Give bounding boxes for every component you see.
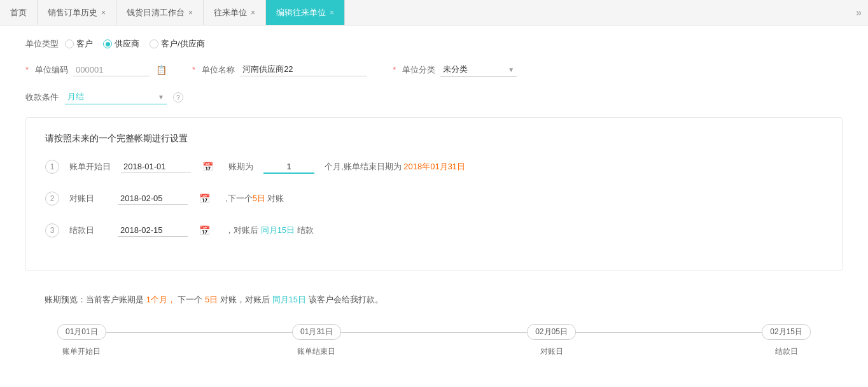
preview-text: 账期预览：当前客户账期是 1个月， 下一个 5日 对账，对账后 同月15日 该客… <box>45 294 823 306</box>
step-num-2: 2 <box>45 192 59 206</box>
unit-name-label: 单位名称 <box>202 64 235 76</box>
step3-suffix: ，对账后 同月15日 结款 <box>225 225 314 236</box>
preview-reconcile-middle: 对账，对账后 <box>220 295 270 304</box>
step-row-2: 2 对账日 📅 ,下一个5日 对账 <box>45 192 823 206</box>
help-question-mark: ? <box>176 94 180 101</box>
timeline-badge-4: 02月15日 <box>762 324 811 340</box>
timeline-container: 01月01日 账单开始日 01月31日 账单结束日 02月05日 <box>45 318 823 383</box>
preview-reconcile-prefix: 下一个 <box>178 295 202 304</box>
timeline-label-2: 账单结束日 <box>297 346 335 357</box>
step1-date-input[interactable] <box>121 160 191 173</box>
tab-sales-order[interactable]: 销售订单历史 × <box>38 0 116 25</box>
code-required: * <box>25 65 29 74</box>
tab-more-button[interactable]: » <box>850 0 868 25</box>
unit-category-value: 未分类 <box>443 64 505 75</box>
step3-date-input[interactable] <box>118 224 188 237</box>
settings-card: 请按照未来的一个完整帐期进行设置 1 账单开始日 📅 账期为 个月,账单结束日期… <box>25 117 843 271</box>
tab-partner-unit[interactable]: 往来单位 × <box>204 0 266 25</box>
tab-cash-work[interactable]: 钱货日清工作台 × <box>116 0 204 25</box>
step-label-2: 对账日 <box>69 193 108 204</box>
preview-label: 账期预览：当前客户账期是 <box>45 295 144 304</box>
unit-code-input[interactable] <box>73 64 150 76</box>
step-num-3: 3 <box>45 223 59 237</box>
unit-category-label: 单位分类 <box>402 64 435 76</box>
step2-suffix: ,下一个5日 对账 <box>225 193 284 204</box>
step2-calendar-icon[interactable]: 📅 <box>199 194 210 204</box>
step-label-3: 结款日 <box>69 225 108 236</box>
timeline-label-3: 对账日 <box>540 346 563 357</box>
unit-name-input[interactable] <box>240 64 367 76</box>
code-copy-icon[interactable]: 📋 <box>156 65 167 75</box>
tab-bar: 首页 销售订单历史 × 钱货日清工作台 × 往来单位 × 编辑往来单位 × » <box>0 0 868 25</box>
period-end-date: 2018年01月31日 <box>403 162 465 171</box>
timeline-badge-2: 01月31日 <box>292 324 341 340</box>
payment-condition-select[interactable]: 月结 ▼ <box>65 90 167 104</box>
step3-highlight: 同月15日 <box>261 225 295 235</box>
radio-both-circle <box>150 39 158 48</box>
payment-row: 收款条件 月结 ▼ ? <box>25 90 843 104</box>
preview-section: 账期预览：当前客户账期是 1个月， 下一个 5日 对账，对账后 同月15日 该客… <box>25 284 843 387</box>
close-cash-work-icon[interactable]: × <box>188 8 193 17</box>
preview-reconcile-highlight: 5日 <box>205 295 218 304</box>
preview-payment-highlight: 同月15日 <box>272 295 306 304</box>
unit-type-label: 单位类型 <box>25 38 59 50</box>
unit-info-row: * 单位编码 📋 * 单位名称 * 单位分类 未分类 ▼ <box>25 62 843 77</box>
close-partner-unit-icon[interactable]: × <box>251 8 255 17</box>
step-label-1: 账单开始日 <box>69 161 111 172</box>
timeline-point-2: 01月31日 账单结束日 <box>292 325 341 357</box>
unit-code-label: 单位编码 <box>35 64 68 76</box>
help-icon[interactable]: ? <box>173 92 183 102</box>
payment-dropdown-icon: ▼ <box>158 94 164 101</box>
radio-both[interactable]: 客户/供应商 <box>150 38 205 50</box>
step3-calendar-icon[interactable]: 📅 <box>199 225 210 236</box>
step2-date-input[interactable] <box>118 192 188 205</box>
period-input[interactable] <box>263 160 314 174</box>
step-row-3: 3 结款日 📅 ，对账后 同月15日 结款 <box>45 223 823 237</box>
radio-supplier[interactable]: 供应商 <box>103 38 139 50</box>
timeline-badge-1: 01月01日 <box>57 324 106 340</box>
tab-edit-partner[interactable]: 编辑往来单位 × <box>266 0 345 25</box>
payment-condition-value: 月结 <box>67 91 155 102</box>
preview-payment-end: 该客户会给我打款。 <box>309 295 383 304</box>
unit-type-radio-group: 客户 供应商 客户/供应商 <box>65 38 205 50</box>
step2-highlight: 5日 <box>253 194 265 203</box>
cat-required: * <box>393 65 396 74</box>
tab-partner-unit-label: 往来单位 <box>214 7 247 18</box>
step1-period-unit: 个月,账单结束日期为 2018年01月31日 <box>325 161 465 172</box>
unit-category-select[interactable]: 未分类 ▼ <box>440 62 517 77</box>
radio-supplier-circle <box>103 39 112 48</box>
preview-period: 1个月， <box>146 295 176 304</box>
radio-customer[interactable]: 客户 <box>65 38 93 50</box>
radio-customer-circle <box>65 39 74 48</box>
close-edit-partner-icon[interactable]: × <box>330 8 334 17</box>
unit-type-row: 单位类型 客户 供应商 客户/供应商 <box>25 38 843 50</box>
timeline-badge-3: 02月05日 <box>527 324 576 340</box>
tab-sales-order-label: 销售订单历史 <box>48 7 97 18</box>
step1-suffix-prefix: 账期为 <box>228 161 253 172</box>
category-dropdown-icon: ▼ <box>508 66 514 73</box>
tab-home-label: 首页 <box>10 7 27 18</box>
tab-cash-work-label: 钱货日清工作台 <box>127 7 185 18</box>
step-num-1: 1 <box>45 160 59 174</box>
timeline-point-4: 02月15日 结款日 <box>762 325 811 357</box>
radio-supplier-label: 供应商 <box>115 38 139 50</box>
tab-more-icon: » <box>856 7 862 18</box>
main-content: 单位类型 客户 供应商 客户/供应商 * 单位编码 📋 * 单位名称 <box>0 25 868 387</box>
payment-label: 收款条件 <box>25 92 59 103</box>
period-unit-text: 个月,账单结束日期为 <box>325 162 402 171</box>
tab-home[interactable]: 首页 <box>0 0 38 25</box>
card-title: 请按照未来的一个完整帐期进行设置 <box>45 133 823 144</box>
step-row-1: 1 账单开始日 📅 账期为 个月,账单结束日期为 2018年01月31日 <box>45 160 823 174</box>
tab-edit-partner-label: 编辑往来单位 <box>276 7 326 18</box>
timeline-points: 01月01日 账单开始日 01月31日 账单结束日 02月05日 <box>57 325 811 357</box>
name-required: * <box>192 65 195 74</box>
timeline-label-1: 账单开始日 <box>62 346 101 357</box>
close-sales-order-icon[interactable]: × <box>101 8 106 17</box>
timeline-point-1: 01月01日 账单开始日 <box>57 325 106 357</box>
radio-customer-label: 客户 <box>76 38 93 50</box>
timeline-point-3: 02月05日 对账日 <box>527 325 576 357</box>
step1-calendar-icon[interactable]: 📅 <box>202 162 213 172</box>
radio-both-label: 客户/供应商 <box>161 38 205 50</box>
timeline-label-4: 结款日 <box>775 346 798 357</box>
